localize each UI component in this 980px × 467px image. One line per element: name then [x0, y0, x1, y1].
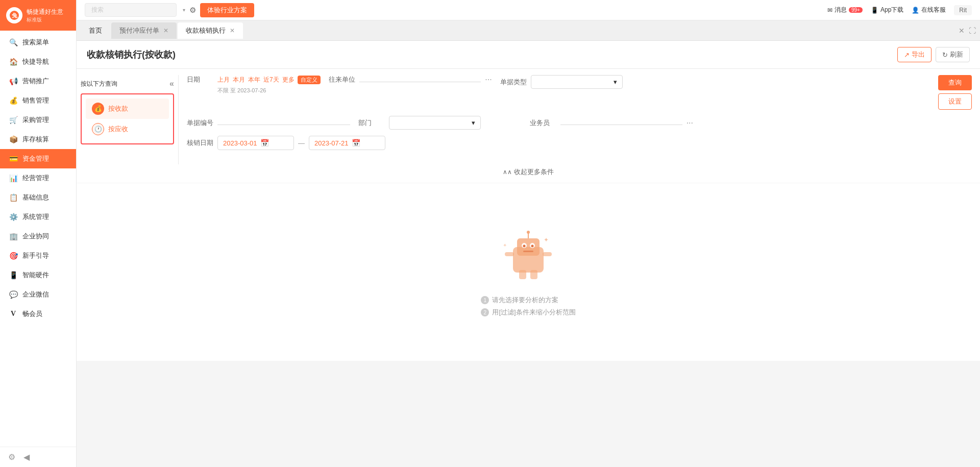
refresh-label: 刷新 — [950, 50, 963, 59]
header-gear-icon[interactable]: ⚙ — [189, 6, 196, 15]
bill-no-field: 单据编号 — [187, 118, 350, 128]
date-custom-badge[interactable]: 自定义 — [298, 76, 321, 84]
filter-sidebar-toggle-icon[interactable]: « — [169, 79, 174, 88]
verify-date-end-calendar-icon[interactable]: 📅 — [352, 139, 360, 147]
svg-rect-3 — [517, 238, 540, 256]
tip1-num: 1 — [481, 296, 489, 304]
user-avatar-button[interactable]: Rit — [954, 5, 972, 15]
tab-home-label: 首页 — [89, 26, 102, 35]
dept-field: 部门 ▾ — [358, 116, 522, 130]
counterparty-input-area — [359, 78, 481, 82]
counterparty-more-icon[interactable]: ··· — [485, 75, 492, 84]
page-content: 收款核销执行(按收款) ↗ 导出 ↻ 刷新 按以下方查询 « — [77, 41, 980, 467]
counterparty-label: 往来单位 — [329, 75, 355, 84]
collapse-more-button[interactable]: ∧∧ 收起更多条件 — [503, 167, 554, 177]
sidebar-item-system[interactable]: ⚙️ 系统管理 — [0, 207, 76, 227]
trial-btn[interactable]: 体验行业方案 — [200, 3, 254, 17]
sidebar-item-finance[interactable]: 💳 资金管理 — [0, 149, 76, 168]
sidebar-item-quick-nav[interactable]: 🏠 快捷导航 — [0, 52, 76, 71]
empty-illustration: ✦ ✦ — [498, 224, 559, 285]
page-title: 收款核销执行(按收款) — [87, 48, 176, 61]
tab-prepay-close-icon[interactable]: ✕ — [163, 27, 168, 34]
sidebar-item-marketing-label: 营销推广 — [22, 77, 49, 86]
tab-collection-close-icon[interactable]: ✕ — [230, 27, 235, 34]
dept-select[interactable]: ▾ — [389, 116, 481, 130]
sidebar-item-enterprise[interactable]: 🏢 企业协同 — [0, 227, 76, 246]
sidebar-item-operations[interactable]: 📊 经营管理 — [0, 168, 76, 188]
home-icon: 🏠 — [8, 58, 18, 66]
export-button[interactable]: ↗ 导出 — [897, 47, 932, 62]
tip1-text: 请先选择要分析的方案 — [492, 296, 558, 305]
sidebar-item-wechat[interactable]: 💬 企业微信 — [0, 285, 76, 304]
tab-close-all-icon[interactable]: ✕ — [959, 27, 965, 35]
wechat-icon: 💬 — [8, 290, 18, 299]
bill-type-select[interactable]: ▾ — [531, 75, 623, 89]
filter-row-2: 单据编号 部门 ▾ 业务员 ··· — [187, 116, 972, 130]
verify-date-range: 2023-03-01 📅 — 2023-07-21 📅 — [217, 136, 385, 150]
header-right: ✉ 消息 99+ 📱 App下载 👤 在线客服 Rit — [827, 5, 972, 15]
date-shortcut-7days[interactable]: 近7天 — [263, 76, 279, 84]
staff-input — [560, 120, 682, 125]
bill-type-label: 单据类型 — [500, 78, 527, 87]
date-field-row: 日期 上月 本月 本年 近7天 更多 自定义 — [187, 75, 321, 84]
staff-more-icon[interactable]: ··· — [687, 118, 693, 128]
tab-collection[interactable]: 收款核销执行 ✕ — [178, 22, 243, 39]
sidebar-item-smart-hw[interactable]: 📱 智能硬件 — [0, 265, 76, 285]
verify-date-start-calendar-icon[interactable]: 📅 — [260, 139, 269, 147]
filter-option-by-receivable[interactable]: 🕐 按应收 — [86, 119, 169, 139]
tab-home[interactable]: 首页 — [81, 22, 110, 39]
collapse-sidebar-icon[interactable]: ◀ — [23, 452, 30, 462]
sidebar-item-basic[interactable]: 📋 基础信息 — [0, 188, 76, 207]
tab-bar-right: ✕ ⛶ — [959, 27, 976, 35]
msg-button[interactable]: ✉ 消息 99+ — [827, 6, 863, 14]
basic-icon: 📋 — [8, 193, 18, 202]
app-download-button[interactable]: 📱 App下载 — [871, 6, 903, 14]
by-collection-label: 按收款 — [108, 104, 128, 113]
sidebar-item-marketing[interactable]: 📢 营销推广 — [0, 71, 76, 91]
online-service-button[interactable]: 👤 在线客服 — [912, 6, 946, 14]
settings-bottom-icon[interactable]: ⚙ — [8, 452, 15, 462]
verify-date-start-input[interactable]: 2023-03-01 📅 — [217, 136, 294, 150]
header-chevron-icon[interactable]: ▾ — [183, 7, 185, 13]
filter-option-by-collection[interactable]: 💰 按收款 — [86, 99, 169, 119]
verify-date-field: 核销日期 2023-03-01 📅 — 2023-07-21 📅 — [187, 136, 385, 150]
page-actions: ↗ 导出 ↻ 刷新 — [897, 47, 970, 62]
sales-icon: 💰 — [8, 96, 18, 105]
svg-rect-12 — [543, 252, 552, 256]
date-range-dash: — — [298, 139, 305, 147]
verify-date-end-input[interactable]: 2023-07-21 📅 — [309, 136, 385, 150]
bill-type-chevron-icon: ▾ — [614, 78, 617, 86]
sidebar-item-member[interactable]: V 畅会员 — [0, 304, 76, 324]
sidebar-item-purchase[interactable]: 🛒 采购管理 — [0, 110, 76, 130]
marketing-icon: 📢 — [8, 77, 18, 85]
date-shortcut-this-month[interactable]: 本月 — [233, 76, 245, 84]
staff-field: 业务员 ··· — [530, 118, 693, 128]
header-search-placeholder: 搜索 — [91, 6, 104, 13]
collapse-more-area: ∧∧ 收起更多条件 — [77, 164, 980, 183]
header-search-box: 搜索 — [85, 3, 177, 17]
date-shortcut-this-year[interactable]: 本年 — [248, 76, 260, 84]
tab-collection-label: 收款核销执行 — [186, 26, 226, 35]
settings-button[interactable]: 设置 — [938, 93, 972, 110]
refresh-icon: ↻ — [942, 51, 948, 59]
tip2-num: 2 — [481, 308, 489, 316]
tab-expand-icon[interactable]: ⛶ — [969, 27, 976, 35]
sidebar-menu: 🔍 搜索菜单 🏠 快捷导航 📢 营销推广 💰 销售管理 🛒 采购管理 📦 库存核… — [0, 31, 76, 447]
date-field-group: 日期 上月 本月 本年 近7天 更多 自定义 — [187, 75, 321, 94]
by-receivable-label: 按应收 — [108, 125, 128, 134]
refresh-button[interactable]: ↻ 刷新 — [936, 47, 970, 62]
sidebar-item-search[interactable]: 🔍 搜索菜单 — [0, 33, 76, 52]
query-button[interactable]: 查询 — [938, 75, 972, 90]
filter-options-box: 💰 按收款 🕐 按应收 — [81, 93, 174, 144]
sidebar-item-guide[interactable]: 🎯 新手引导 — [0, 246, 76, 265]
sidebar-logo: 兔 畅捷通好生意 标准版 — [0, 0, 76, 31]
sidebar-item-sales[interactable]: 💰 销售管理 — [0, 91, 76, 110]
tab-prepay[interactable]: 预付冲应付单 ✕ — [111, 22, 177, 39]
date-shortcut-last-month[interactable]: 上月 — [217, 76, 230, 84]
sidebar-item-inventory[interactable]: 📦 库存核算 — [0, 130, 76, 149]
message-icon: ✉ — [827, 7, 832, 14]
bill-no-input[interactable] — [217, 120, 350, 125]
search-icon: 🔍 — [8, 38, 18, 46]
date-shortcut-more[interactable]: 更多 — [282, 76, 295, 84]
header-left: 搜索 ▾ ⚙ 体验行业方案 — [85, 3, 254, 17]
